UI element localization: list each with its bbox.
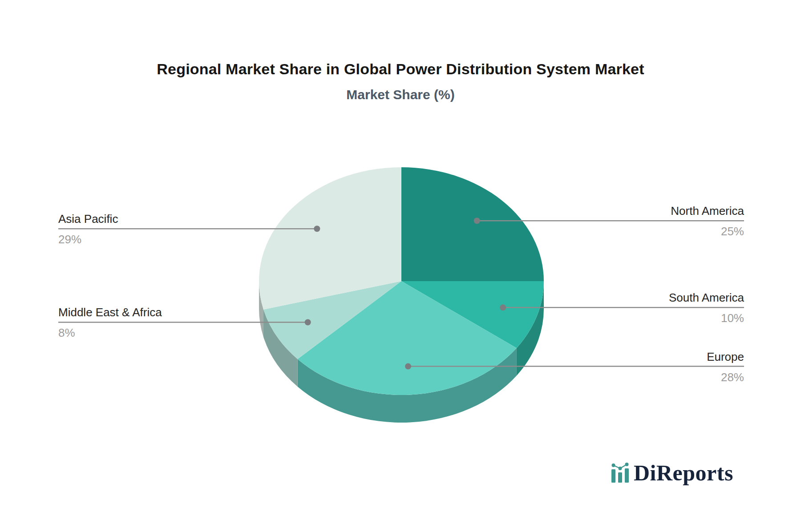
logo-bar-chart-icon: [611, 462, 631, 484]
logo-text: DiReports: [634, 462, 733, 484]
chart-title: Regional Market Share in Global Power Di…: [0, 60, 801, 78]
pie-chart: [0, 0, 801, 532]
chart-subtitle: Market Share (%): [0, 87, 801, 102]
chart-page: Regional Market Share in Global Power Di…: [0, 0, 801, 532]
direports-logo: DiReports: [611, 462, 733, 484]
